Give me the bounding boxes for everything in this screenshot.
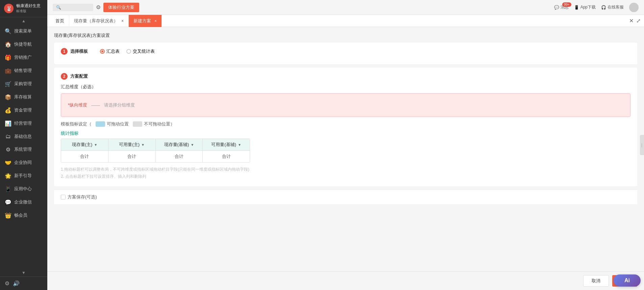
tab-home-label: 首页 [55, 18, 64, 24]
aggregation-label: 汇总维度（必选） [61, 84, 630, 90]
settings-icon[interactable]: ⚙ [5, 280, 9, 287]
online-service-button[interactable]: 🎧 在线客服 [601, 4, 624, 10]
sidebar-item-system[interactable]: ⚙ 系统管理 [0, 143, 47, 156]
expand-icon[interactable]: ⤢ [636, 18, 641, 24]
col2-chevron-icon[interactable]: ▼ [141, 143, 145, 147]
section-config: 2 方案配置 汇总维度（必选） *纵向维度 —— 请选择分组维度 模板指标设定（… [54, 68, 637, 186]
gift-icon: 🎁 [5, 54, 11, 61]
app-logo-icon: 🐰 [4, 4, 14, 13]
dimension-required-label: *纵向维度 [68, 102, 87, 108]
radio-summary-label: 汇总表 [106, 48, 120, 54]
message-icon: 💬 [554, 5, 559, 10]
col4-chevron-icon[interactable]: ▼ [238, 143, 241, 147]
section-template: 1 选择模板 汇总表 交叉统计表 [54, 43, 637, 64]
tab-home[interactable]: 首页 [51, 15, 69, 27]
section2-num: 2 [61, 73, 68, 80]
save-checkbox-row: 方案保存(可选) [61, 194, 630, 200]
phone-icon: 📱 [574, 5, 579, 10]
col3-label: 现存量(基辅) [164, 142, 189, 148]
tab-new-plan-close[interactable]: × [154, 19, 157, 23]
sidebar-item-wechat[interactable]: 💬 企业微信 [0, 196, 47, 209]
dimension-placeholder: 请选择分组维度 [104, 102, 135, 108]
stats-col-1[interactable]: 现存量(主) ▼ [61, 139, 108, 150]
save-checkbox[interactable] [61, 195, 66, 199]
sidebar-item-sales[interactable]: 💼 销售管理 [0, 64, 47, 77]
dimension-area[interactable]: *纵向维度 —— 请选择分组维度 [61, 93, 630, 117]
col3-chevron-icon[interactable]: ▼ [191, 143, 194, 147]
sidebar-item-label: 搜索菜单 [14, 28, 32, 34]
sidebar-item-label: 经营管理 [14, 120, 32, 126]
sidebar-item-marketing[interactable]: 🎁 营销推广 [0, 51, 47, 64]
box-icon: 📦 [5, 94, 11, 100]
indicator-setting-row: 模板指标设定（ 可拖动位置 不可拖动位置） [61, 121, 630, 127]
topbar: 🔍 ⚙ 体验行业方案 💬 消息 99+ 📱 App下载 🎧 在线客服 [47, 0, 644, 15]
topbar-gear-icon[interactable]: ⚙ [96, 4, 101, 10]
home-icon: 🏠 [5, 41, 11, 48]
col1-label: 现存量(主) [72, 142, 93, 148]
main-area: 🔍 ⚙ 体验行业方案 💬 消息 99+ 📱 App下载 🎧 在线客服 [47, 0, 644, 290]
topbar-search[interactable]: 🔍 [53, 4, 93, 11]
sidebar-scroll-down[interactable]: ▼ [0, 269, 47, 276]
toggle-icon[interactable]: 🔊 [13, 280, 20, 287]
stats-col-4[interactable]: 可用量(基辅) ▼ [203, 139, 250, 150]
app-download-button[interactable]: 📱 App下载 [574, 4, 596, 10]
sidebar-item-shortcut[interactable]: 🏠 快捷导航 [0, 38, 47, 51]
sidebar-logo: 🐰 畅康通好生意 标准版 [0, 0, 47, 17]
stats-col-2[interactable]: 可用量(主) ▼ [108, 139, 156, 150]
sidebar-item-enterprise[interactable]: 🤝 企业协同 [0, 156, 47, 169]
sidebar-item-basic[interactable]: 🗂 基础信息 [0, 130, 47, 143]
sidebar-item-label: 畅会员 [14, 212, 27, 218]
tab-bar: 首页 现存量（库存状况表） × 新建方案 × ✕ ⤢ [47, 15, 644, 27]
sidebar-item-label: 企业微信 [14, 199, 32, 205]
tips-section: 1.拖动标题栏可以调整布局，不可跨维度或指标区域拖动栏目字段(只能在同一维度或指… [61, 167, 630, 179]
sidebar-scroll-up[interactable]: ▲ [0, 17, 47, 25]
chat-icon: 💬 [5, 199, 11, 206]
radio-cross-label: 交叉统计表 [133, 48, 155, 54]
radio-summary[interactable]: 汇总表 [100, 48, 120, 54]
sidebar-item-newbie[interactable]: 🌟 新手引导 [0, 169, 47, 183]
sidebar-item-search[interactable]: 🔍 搜索菜单 [0, 25, 47, 38]
stats-table-row: 合计 合计 合计 合计 [61, 150, 250, 162]
sidebar-item-label: 资金管理 [14, 107, 32, 113]
sidebar-item-operations[interactable]: 📊 经营管理 [0, 117, 47, 130]
avatar[interactable] [629, 3, 639, 12]
search-icon: 🔍 [5, 28, 11, 34]
stats-label: 统计指标 [61, 130, 630, 137]
sidebar-bottom: ⚙ 🔊 [0, 276, 47, 290]
tab-inventory[interactable]: 现存量（库存状况表） × [69, 15, 129, 27]
radio-cross[interactable]: 交叉统计表 [126, 48, 155, 54]
sidebar-item-label: 销售管理 [14, 68, 32, 74]
tip1: 1.拖动标题栏可以调整布局，不可跨维度或指标区域拖动栏目字段(只能在同一维度或指… [61, 167, 630, 172]
draggable-label: 可拖动位置 [107, 121, 129, 127]
cart-icon: 🛒 [5, 81, 11, 87]
sidebar-item-inventory[interactable]: 📦 库存核算 [0, 91, 47, 104]
industry-plan-button[interactable]: 体验行业方案 [103, 3, 139, 12]
tip2: 2. 点击标题栏下拉可设置排序、插入列和删除列 [61, 174, 630, 179]
sidebar-item-appstore[interactable]: 📱 应用中心 [0, 183, 47, 196]
section1-num: 1 [61, 48, 68, 55]
tab-new-plan-label: 新建方案 [133, 18, 151, 24]
right-sidebar-handle[interactable]: │ [640, 135, 644, 155]
phone-icon: 📱 [5, 186, 11, 192]
sidebar: 🐰 畅康通好生意 标准版 ▲ 🔍 搜索菜单 🏠 快捷导航 🎁 营销推广 💼 销售… [0, 0, 47, 290]
money-icon: 💰 [5, 107, 11, 114]
messages-button[interactable]: 💬 消息 99+ [554, 4, 569, 10]
close-window-icon[interactable]: ✕ [629, 18, 634, 24]
ai-button[interactable]: Ai [614, 274, 641, 287]
search-icon: 🔍 [56, 5, 61, 10]
radio-summary-circle [100, 49, 105, 54]
ai-label: Ai [624, 277, 630, 284]
sidebar-item-finance[interactable]: 💰 资金管理 [0, 104, 47, 117]
tab-new-plan[interactable]: 新建方案 × [129, 15, 162, 27]
sidebar-nav: 🔍 搜索菜单 🏠 快捷导航 🎁 营销推广 💼 销售管理 🛒 采购管理 📦 库存核… [0, 25, 47, 269]
stats-col-3[interactable]: 现存量(基辅) ▼ [156, 139, 203, 150]
sidebar-item-label: 库存核算 [14, 94, 32, 100]
sidebar-item-purchase[interactable]: 🛒 采购管理 [0, 77, 47, 91]
tab-inventory-close[interactable]: × [121, 19, 124, 23]
chart-icon: 📊 [5, 120, 11, 127]
sidebar-item-member[interactable]: 👑 畅会员 [0, 209, 47, 222]
col1-chevron-icon[interactable]: ▼ [94, 143, 97, 147]
crown-icon: 👑 [5, 212, 11, 219]
cancel-button[interactable]: 取消 [583, 275, 609, 287]
headset-icon: 🎧 [601, 5, 606, 10]
